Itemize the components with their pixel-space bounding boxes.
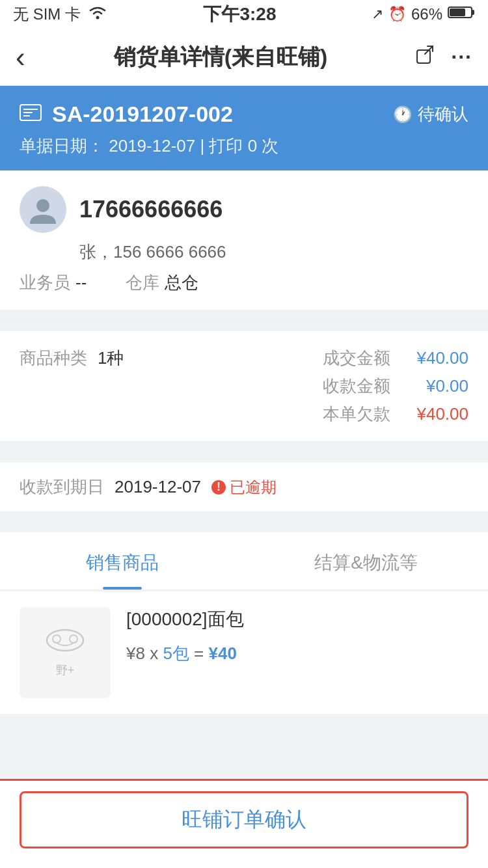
overdue-badge: ! 已逾期 (211, 477, 277, 498)
wifi-icon (87, 5, 108, 23)
gray-sep-3 (0, 511, 488, 522)
tab-sales-products[interactable]: 销售商品 (0, 532, 244, 590)
gray-sep-2 (0, 442, 488, 452)
product-item: 野+ [0000002]面包 ¥8 x 5包 = ¥40 (0, 591, 488, 714)
equals-sign: = (194, 644, 208, 663)
owed-label: 本单欠款 (323, 403, 390, 426)
salesman-label: 业务员 (20, 271, 70, 294)
status-left: 无 SIM 卡 (13, 4, 108, 25)
svg-point-8 (53, 635, 61, 643)
svg-point-6 (36, 199, 49, 212)
location-icon: ↗ (372, 6, 383, 23)
product-name: [0000002]面包 (126, 607, 468, 632)
gray-sep-1 (0, 321, 488, 331)
product-price: ¥8 x 5包 = ¥40 (126, 642, 468, 665)
price-total: ¥40 (209, 644, 237, 663)
owed-value: ¥40.00 (403, 404, 468, 424)
deal-amount-label: 成交金额 (323, 347, 390, 370)
svg-rect-2 (472, 10, 474, 15)
share-icon[interactable] (416, 45, 435, 69)
more-icon[interactable]: ··· (451, 45, 472, 69)
svg-point-0 (96, 16, 100, 20)
customer-phone: 17666666666 (79, 196, 223, 223)
owed-row: 本单欠款 ¥40.00 (323, 403, 468, 426)
collected-row: 收款金额 ¥0.00 (323, 375, 468, 398)
confirm-order-button[interactable]: 旺铺订单确认 (20, 791, 468, 848)
warehouse-value: 总仓 (165, 271, 198, 294)
customer-section: 17666666666 张，156 6666 6666 业务员 -- 仓库 总仓 (0, 170, 488, 310)
stats-right: 成交金额 ¥40.00 收款金额 ¥0.00 本单欠款 ¥40.00 (323, 347, 468, 426)
order-status: 🕐 待确认 (393, 103, 468, 126)
deal-amount-row: 成交金额 ¥40.00 (323, 347, 468, 370)
collected-value: ¥0.00 (403, 376, 468, 396)
order-id: SA-20191207-002 (52, 102, 233, 127)
alarm-icon: ⏰ (388, 6, 406, 23)
order-icon (20, 103, 42, 126)
customer-meta: 业务员 -- 仓库 总仓 (20, 271, 468, 294)
overdue-icon: ! (211, 480, 226, 495)
svg-point-9 (70, 635, 77, 643)
avatar (20, 186, 66, 233)
overdue-text: 已逾期 (230, 477, 277, 498)
due-date: 2019-12-07 (115, 477, 201, 497)
svg-rect-3 (450, 8, 465, 16)
product-thumbnail: 野+ (20, 607, 111, 698)
order-date: 单据日期： 2019-12-07 | 打印 0 次 (20, 135, 468, 157)
tab-settlement[interactable]: 结算&物流等 (244, 532, 488, 590)
salesman-info: 业务员 -- (20, 271, 87, 294)
product-info: [0000002]面包 ¥8 x 5包 = ¥40 (126, 607, 468, 698)
nav-actions: ··· (416, 45, 472, 69)
deal-amount-value: ¥40.00 (403, 348, 468, 368)
order-header: SA-20191207-002 🕐 待确认 单据日期： 2019-12-07 |… (0, 86, 488, 170)
status-clock-icon: 🕐 (393, 105, 413, 124)
category-value: 1种 (98, 347, 124, 370)
back-button[interactable]: ‹ (16, 41, 25, 74)
stats-left: 商品种类 1种 (20, 347, 124, 370)
battery-text: 66% (411, 5, 442, 23)
stats-section: 商品种类 1种 成交金额 ¥40.00 收款金额 ¥0.00 本单欠款 ¥40.… (0, 331, 488, 441)
price-base: ¥8 (126, 644, 145, 663)
status-bar: 无 SIM 卡 下午3:28 ↗ ⏰ 66% (0, 0, 488, 29)
due-label: 收款到期日 (20, 476, 104, 498)
status-right: ↗ ⏰ 66% (372, 5, 475, 23)
price-qty: 5包 (163, 644, 189, 663)
battery-icon (448, 5, 475, 23)
page-title: 销货单详情(来自旺铺) (114, 42, 328, 72)
bottom-bar: 旺铺订单确认 (0, 779, 488, 868)
collected-label: 收款金额 (323, 375, 390, 398)
status-time: 下午3:28 (203, 2, 276, 27)
warehouse-info: 仓库 总仓 (126, 271, 198, 294)
customer-name: 张，156 6666 6666 (20, 241, 468, 264)
status-text: 待确认 (418, 103, 468, 126)
category-label: 商品种类 (20, 347, 87, 370)
salesman-value: -- (75, 273, 87, 293)
due-section: 收款到期日 2019-12-07 ! 已逾期 (0, 463, 488, 511)
carrier-text: 无 SIM 卡 (13, 4, 81, 25)
svg-rect-4 (417, 50, 430, 63)
tabs-section: 销售商品 结算&物流等 (0, 532, 488, 590)
order-id-row: SA-20191207-002 🕐 待确认 (20, 102, 468, 127)
multiply-sign: x (150, 644, 163, 663)
nav-bar: ‹ 销货单详情(来自旺铺) ··· (0, 29, 488, 86)
customer-row: 17666666666 (20, 186, 468, 233)
warehouse-label: 仓库 (126, 271, 159, 294)
